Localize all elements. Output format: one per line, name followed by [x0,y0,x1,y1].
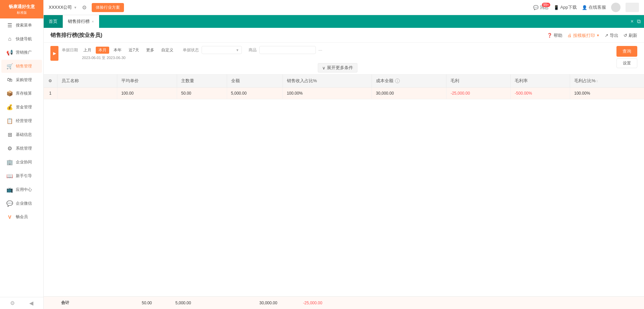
sidebar-item-member[interactable]: V 畅会员 [1,211,42,223]
message-badge: 99+ [542,3,550,7]
app-download-btn[interactable]: 📱 App下载 [554,4,577,10]
sidebar-item-guide[interactable]: 📖 新手引导 [1,169,42,183]
th-gross-profit-label: 毛利 [450,78,459,84]
help-icon: ❓ [547,33,552,38]
th-gross-ratio-label: 毛利占比% [574,78,596,84]
status-filter-label: 单据状态 [183,47,199,53]
sidebar-item-enterprise[interactable]: 🏢 企业协同 [1,156,42,169]
date-tab-current-month[interactable]: 本月 [96,47,109,54]
status-select[interactable] [202,46,242,54]
sidebar-item-label: 经营管理 [16,118,32,124]
finance-icon: 💰 [6,104,13,110]
export-icon: ↗ [605,33,608,38]
online-service-btn[interactable]: 👤 在线客服 [582,4,606,10]
tab-home-label: 首页 [49,18,57,24]
date-range-display: 2023-06-01 至 2023-06-30 [80,55,613,60]
refresh-btn[interactable]: ↺ 刷新 [624,33,637,39]
sidebar-item-operations[interactable]: 📋 经营管理 [1,114,42,127]
help-btn[interactable]: ❓ 帮助 [547,33,562,39]
sidebar-item-label: 系统管理 [16,146,32,151]
sidebar-item-purchase[interactable]: 🛍 采购管理 [1,73,42,86]
service-icon: 👤 [582,5,587,10]
company-selector[interactable]: XXXXX公司 ▼ [49,4,77,10]
window-restore-icon[interactable]: ⧉ [637,18,641,24]
sidebar-item-marketing[interactable]: 📢 营销推广 [1,46,42,59]
topbar-settings-icon[interactable]: ⚙ [82,4,87,11]
td-sales-ratio: 100.00% [283,88,372,99]
inventory-icon: 📦 [6,90,13,97]
message-btn[interactable]: 💬 消息 99+ [533,4,549,10]
sidebar-item-system[interactable]: ⚙ 系统管理 [1,142,42,155]
sidebar-item-label: 快捷导航 [16,36,32,42]
refresh-icon: ↺ [624,33,627,38]
td-gross-margin: -500.00% [511,88,570,99]
footer-total-label: 合计 [61,300,69,305]
cost-info-icon[interactable]: i [395,79,400,83]
print-btn[interactable]: 🖨 按模板打印 ▼ [567,33,600,39]
user-avatar[interactable] [611,3,620,12]
sidebar-item-inventory[interactable]: 📦 库存核算 [1,87,42,100]
date-tab-last-month[interactable]: 上月 [81,47,94,54]
sidebar-item-search[interactable]: ☰ 搜索菜单 [1,19,42,32]
th-quantity: 主数量 [177,74,227,88]
search-menu-icon: ☰ [6,22,13,29]
page-actions: ❓ 帮助 🖨 按模板打印 ▼ ↗ 导出 ↺ 刷新 [547,33,637,39]
footer-amount: 5,000.00 [175,300,216,305]
goods-filter-group: 商品 ··· [249,46,323,54]
date-tab-last-7-days[interactable]: 近7天 [126,47,142,54]
online-service-label: 在线客服 [589,4,606,10]
th-gross-margin-label: 毛利率 [515,78,528,84]
sidebar-item-label: 营销推广 [16,50,32,55]
settings-button[interactable]: 设置 [616,58,637,68]
export-btn[interactable]: ↗ 导出 [605,33,618,39]
tab-sales-ranking-label: 销售排行榜 [68,18,90,24]
tab-close-icon[interactable]: × [92,19,94,23]
sidebar-item-label: 销售管理 [16,63,32,69]
th-sort-icon: ↕ [596,79,598,83]
th-gross-ratio: 毛利占比% ↕ [570,74,644,88]
sidebar-item-finance[interactable]: 💰 资金管理 [1,101,42,114]
sidebar-settings-icon[interactable]: ⚙ [10,300,15,306]
status-filter-group: 单据状态 ▼ [183,46,242,54]
expand-more-btn[interactable]: ∨ 展开更多条件 [318,63,357,72]
td-rank: 1 [44,88,57,99]
query-button[interactable]: 查询 [616,46,637,57]
date-tab-more[interactable]: 更多 [143,47,157,54]
trial-button[interactable]: 体验行业方案 [92,3,124,12]
message-icon: 💬 [533,5,539,10]
footer-quantity: 50.00 [142,300,175,305]
filter-toggle-btn[interactable]: ▶ [50,46,58,61]
sidebar-collapse-icon[interactable]: ◀ [29,300,33,306]
th-avg-price: 平均单价 [117,74,177,88]
goods-input[interactable] [259,46,316,54]
tab-sales-ranking[interactable]: 销售排行榜 × [63,15,99,28]
sidebar-item-shortcut[interactable]: ⌂ 快捷导航 [1,33,42,45]
table-row: 1 100.00 50.00 5,000.00 100.00% 30,000.0… [44,88,644,99]
date-tab-custom[interactable]: 自定义 [159,47,176,54]
sidebar-item-wechat[interactable]: 💬 企业微信 [1,197,42,210]
date-tab-current-year[interactable]: 本年 [111,47,124,54]
apps-icon: 📺 [6,187,13,193]
sidebar-item-sales[interactable]: 🛒 销售管理 [1,60,42,73]
tab-home[interactable]: 首页 [44,15,63,28]
enterprise-icon: 🏢 [6,159,13,165]
date-filter-label: 单据日期 [62,47,78,53]
sidebar-item-apps[interactable]: 📺 应用中心 [1,183,42,196]
td-quantity: 50.00 [177,88,227,99]
goods-more-dots[interactable]: ··· [318,47,323,53]
sidebar-item-label: 基础信息 [16,132,32,138]
sidebar-item-label: 应用中心 [16,187,32,193]
window-close-icon[interactable]: × [631,18,634,24]
home-icon: ⌂ [6,36,13,42]
help-label: 帮助 [554,33,562,39]
th-settings[interactable]: ⚙ [44,74,57,88]
page-header: 销售排行榜(按业务员) ❓ 帮助 🖨 按模板打印 ▼ ↗ 导出 [44,28,644,43]
td-gross-profit: -25,000.00 [446,88,511,99]
sales-icon: 🛒 [6,63,13,69]
td-gross-ratio: 100.00% [570,88,644,99]
table-header-row: ⚙ 员工名称 平均单价 主数量 全额 [44,74,644,88]
th-name: 员工名称 [57,74,117,88]
table-body: 1 100.00 50.00 5,000.00 100.00% 30,000.0… [44,88,644,99]
sidebar-item-basic[interactable]: ⊞ 基础信息 [1,128,42,141]
sidebar-item-label: 搜索菜单 [16,22,32,28]
